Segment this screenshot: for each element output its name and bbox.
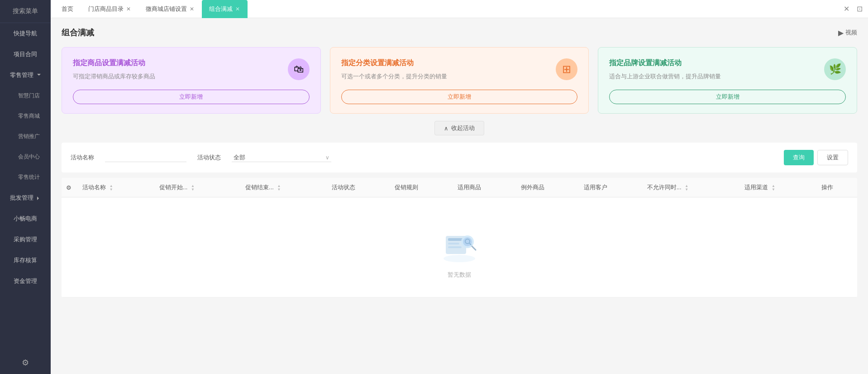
tab-store-catalog[interactable]: 门店商品目录 ✕ [81,0,138,18]
table-col-status: 活动状态 [327,178,390,197]
tab-wechat-store-close[interactable]: ✕ [190,0,194,18]
sidebar-item-purchase[interactable]: 采购管理 [0,229,51,250]
sort-icon-channel[interactable]: ▲▼ [772,184,775,192]
col-applicable-customers-label: 适用客户 [584,184,607,191]
col-except-goods-label: 例外商品 [521,184,544,191]
data-table: ⚙ 活动名称 ▲▼ 促销开始... ▲▼ 促销结束... ▲▼ [62,178,857,297]
col-promo-end-label: 促销结束... [245,184,274,191]
sidebar-item-purchase-label: 采购管理 [14,236,37,243]
tab-combo-discount[interactable]: 组合满减 ✕ [202,0,248,18]
table-col-no-simultaneous: 不允许同时... ▲▼ [643,178,740,197]
sidebar-item-marketing-label: 营销推广 [18,133,40,139]
brand-card-add-button[interactable]: 立即新增 [609,90,846,104]
category-card-desc: 可选一个或者多个分类，提升分类的销量 [341,72,578,81]
empty-state: 暂无数据 [62,197,857,297]
sidebar-item-smart-store[interactable]: 智慧门店 [0,86,51,106]
status-filter-select[interactable]: 全部 进行中 已结束 未开始 [234,154,325,161]
cards-row: 指定商品设置满减活动 可指定滞销商品或库存较多商品 🛍 立即新增 指定分类设置满… [62,47,857,114]
sidebar-item-retail-stats-label: 零售统计 [18,174,40,180]
sort-icon-name[interactable]: ▲▼ [110,184,113,192]
table-col-applicable-customers: 适用客户 [579,178,642,197]
chevron-up-icon: ∧ [444,125,448,132]
window-controls: ✕ ⊡ [842,5,864,13]
sidebar-item-smart-store-label: 智慧门店 [18,92,40,99]
table-col-applicable-goods: 适用商品 [453,178,516,197]
data-table-wrap: ⚙ 活动名称 ▲▼ 促销开始... ▲▼ 促销结束... ▲▼ [62,178,857,297]
tab-home[interactable]: 首页 [54,0,81,18]
tab-wechat-store-label: 微商城店铺设置 [146,0,187,18]
product-card-title: 指定商品设置满减活动 [73,58,310,68]
main-area: 首页 门店商品目录 ✕ 微商城店铺设置 ✕ 组合满减 ✕ ✕ ⊡ 组合满减 ▶ … [51,0,868,374]
tab-wechat-store[interactable]: 微商城店铺设置 ✕ [138,0,202,18]
col-rules-label: 促销规则 [395,184,418,191]
tab-bar: 首页 门店商品目录 ✕ 微商城店铺设置 ✕ 组合满减 ✕ ✕ ⊡ [51,0,868,18]
sidebar-item-retail-stats[interactable]: 零售统计 [0,167,51,187]
sidebar-settings-button[interactable]: ⚙ [0,351,51,374]
sidebar-item-wholesale[interactable]: 批发管理 [0,187,51,208]
query-button[interactable]: 查询 [784,150,814,165]
filter-bar: 活动名称 活动状态 全部 进行中 已结束 未开始 ∨ 查询 设置 [62,143,857,173]
page-header: 组合满减 ▶ 视频 [62,27,857,38]
gear-icon: ⚙ [66,184,72,191]
sidebar-item-member-center-label: 会员中心 [18,153,40,160]
table-header: ⚙ 活动名称 ▲▼ 促销开始... ▲▼ 促销结束... ▲▼ [62,178,857,197]
sidebar: 搜索菜单 快捷导航 项目合同 零售管理 智慧门店 零售商城 营销推广 会员中心 … [0,0,51,374]
page-title: 组合满减 [62,27,94,38]
sidebar-item-member-center[interactable]: 会员中心 [0,147,51,167]
filter-actions: 查询 设置 [784,150,848,165]
play-icon: ▶ [838,29,844,37]
sort-icon-start[interactable]: ▲▼ [191,184,195,192]
tab-combo-discount-label: 组合满减 [209,0,233,18]
shopping-bag-icon: 🛍 [294,63,304,75]
brand-card-icon: 🌿 [824,58,846,80]
brand-card: 指定品牌设置满减活动 适合与上游企业联合做营销，提升品牌销量 🌿 立即新增 [598,47,857,114]
grid-icon: ⊞ [562,63,571,76]
sidebar-item-retail-management[interactable]: 零售管理 [0,65,51,86]
sidebar-item-marketing[interactable]: 营销推广 [0,126,51,147]
sidebar-item-fund[interactable]: 资金管理 [0,271,51,292]
product-card-add-button[interactable]: 立即新增 [73,90,310,104]
tab-store-catalog-label: 门店商品目录 [88,0,124,18]
category-card-add-button[interactable]: 立即新增 [341,90,578,104]
name-filter-label: 活动名称 [71,153,94,162]
sidebar-item-xiaochang[interactable]: 小畅电商 [0,208,51,229]
table-col-promo-start: 促销开始... ▲▼ [155,178,241,197]
table-col-settings[interactable]: ⚙ [62,178,78,197]
svg-point-0 [444,255,475,262]
setting-button[interactable]: 设置 [817,150,848,165]
window-minimize-button[interactable]: ⊡ [855,5,864,13]
sidebar-item-fund-label: 资金管理 [14,278,37,284]
collapse-btn-label: 收起活动 [451,124,475,132]
sidebar-item-quick-nav[interactable]: 快捷导航 [0,23,51,44]
col-promo-start-label: 促销开始... [159,184,188,191]
table-col-operation: 操作 [817,178,857,197]
table-col-channel: 适用渠道 ▲▼ [740,178,817,197]
sort-icon-simultaneous[interactable]: ▲▼ [685,184,688,192]
tab-combo-discount-close[interactable]: ✕ [235,0,240,18]
leaf-icon: 🌿 [829,63,841,75]
video-link[interactable]: ▶ 视频 [838,29,857,37]
product-card-desc: 可指定滞销商品或库存较多商品 [73,72,310,81]
window-close-button[interactable]: ✕ [842,5,851,13]
brand-card-title: 指定品牌设置满减活动 [609,58,846,68]
col-no-simultaneous-label: 不允许同时... [647,184,682,191]
collapse-activities-button[interactable]: ∧ 收起活动 [434,121,484,135]
col-channel-label: 适用渠道 [744,184,768,191]
product-card-icon: 🛍 [288,58,310,80]
table-col-rules: 促销规则 [390,178,453,197]
sidebar-item-inventory[interactable]: 库存核算 [0,250,51,271]
sidebar-item-retail-mall[interactable]: 零售商城 [0,106,51,126]
content-area: 组合满减 ▶ 视频 指定商品设置满减活动 可指定滞销商品或库存较多商品 🛍 立即… [51,18,868,374]
name-filter-input[interactable] [105,153,186,162]
table-col-name: 活动名称 ▲▼ [78,178,155,197]
video-label: 视频 [845,29,857,37]
sidebar-item-project-contract[interactable]: 项目合同 [0,44,51,65]
sort-icon-end[interactable]: ▲▼ [277,184,281,192]
table-body: 暂无数据 [62,197,857,297]
svg-rect-3 [448,243,459,245]
col-name-label: 活动名称 [82,184,106,191]
sidebar-search[interactable]: 搜索菜单 [0,0,51,23]
tab-store-catalog-close[interactable]: ✕ [126,0,131,18]
sidebar-item-retail-mall-label: 零售商城 [18,113,40,119]
empty-text: 暂无数据 [448,271,471,279]
